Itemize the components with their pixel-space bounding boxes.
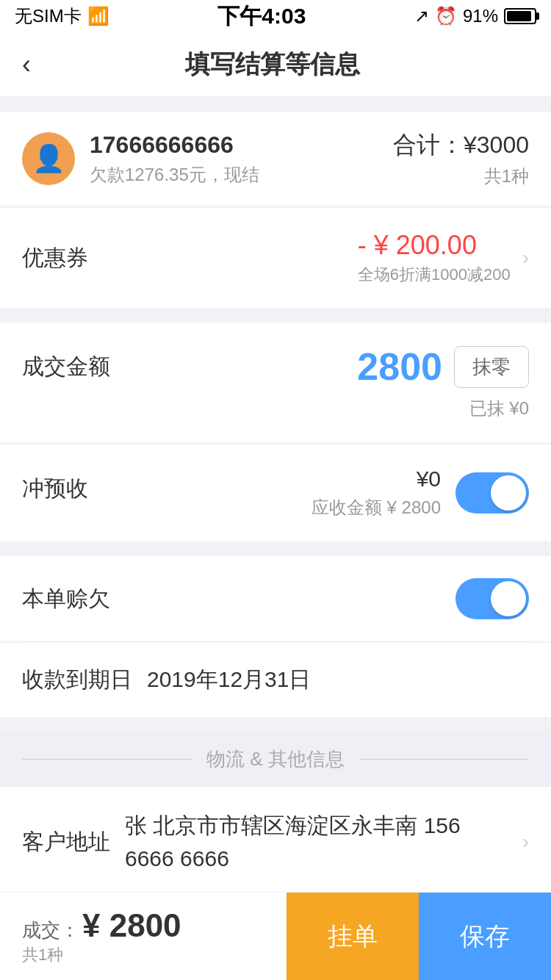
customer-total: 合计：¥3000 共1种 [393,129,529,188]
duedate-value: 2019年12月31日 [147,665,311,695]
page-title: 填写结算等信息 [46,48,500,82]
battery-fill [507,11,531,21]
address-label: 客户地址 [22,827,110,857]
round-button[interactable]: 抹零 [454,346,529,388]
prereceive-right: ¥0 应收金额 ¥ 2800 [311,466,529,519]
separator-1 [0,308,551,323]
bottom-deal-label: 成交： [22,918,79,943]
amount-row: 成交金额 2800 抹零 [22,345,529,389]
coupon-desc: 全场6折满1000减200 [358,264,511,286]
status-right: ↗ ⏰ 91% [414,6,536,26]
address-value: 张 北京市市辖区海淀区永丰南 156 6666 6666 [125,809,508,875]
divider-line-left [22,759,192,760]
prereceive-amount: ¥0 [311,466,441,491]
coupon-right: - ¥ 200.00 全场6折满1000减200 › [358,230,529,286]
status-bar: 无SIM卡 📶 下午4:03 ↗ ⏰ 91% [0,0,551,32]
bottom-amount: ¥ 2800 [82,907,181,944]
alarm-icon: ⏰ [435,6,457,26]
prereceive-toggle[interactable] [455,472,529,514]
nav-bar: ‹ 填写结算等信息 [0,32,551,97]
wifi-icon: 📶 [87,6,109,26]
customer-info-left: 👤 17666666666 欠款1276.35元，现结 [22,131,259,187]
total-count: 共1种 [393,165,529,188]
amount-section: 成交金额 2800 抹零 已抹 ¥0 [0,323,551,442]
status-left: 无SIM卡 📶 [15,4,109,28]
location-icon: ↗ [414,6,429,26]
battery-percent: 91% [463,6,498,26]
logistics-divider: 物流 & 其他信息 [0,732,551,787]
battery-icon [504,8,536,24]
avatar: 👤 [22,132,75,185]
pending-button[interactable]: 挂单 [287,893,419,980]
address-chevron-icon: › [522,830,529,854]
bottom-deal-row: 成交： ¥ 2800 [22,907,264,944]
debt-section: 本单赊欠 [0,556,551,641]
coupon-label: 优惠券 [22,243,88,273]
amount-value-group: 2800 抹零 [357,345,529,389]
coupon-section[interactable]: 优惠券 - ¥ 200.00 全场6折满1000减200 › [0,207,551,308]
status-time: 下午4:03 [217,1,306,32]
debt-toggle-knob [491,581,526,616]
save-button[interactable]: 保存 [419,893,551,980]
prereceive-values: ¥0 应收金额 ¥ 2800 [311,466,441,519]
duedate-section: 收款到期日 2019年12月31日 [0,642,551,717]
carrier-label: 无SIM卡 [15,4,82,28]
amount-number: 2800 [357,345,442,389]
divider-line-right [359,759,529,760]
bottom-bar: 成交： ¥ 2800 共1种 挂单 保存 [0,892,551,980]
address-section[interactable]: 客户地址 张 北京市市辖区海淀区永丰南 156 6666 6666 › [0,787,551,897]
duedate-row: 收款到期日 2019年12月31日 [22,665,529,695]
bottom-info: 成交： ¥ 2800 共1种 [0,893,287,980]
total-amount: 合计：¥3000 [393,129,529,162]
amount-sub-text: 已抹 ¥0 [469,398,529,418]
logistics-label: 物流 & 其他信息 [206,746,345,772]
debt-label: 本单赊欠 [22,584,110,614]
coupon-discount: - ¥ 200.00 [358,230,511,261]
toggle-knob [491,475,526,511]
coupon-info: - ¥ 200.00 全场6折满1000减200 [358,230,511,286]
customer-info: 17666666666 欠款1276.35元，现结 [90,131,259,187]
duedate-label: 收款到期日 [22,665,132,695]
customer-card: 👤 17666666666 欠款1276.35元，现结 合计：¥3000 共1种 [0,112,551,206]
prereceive-row: 冲预收 ¥0 应收金额 ¥ 2800 [22,466,529,519]
coupon-chevron-icon: › [522,246,529,270]
prereceive-label: 冲预收 [22,466,88,504]
customer-phone: 17666666666 [90,131,259,159]
bottom-count: 共1种 [22,944,264,966]
debt-toggle[interactable] [455,578,529,619]
customer-debt: 欠款1276.35元，现结 [90,163,259,187]
amount-sub-row: 已抹 ¥0 [22,396,529,420]
prereceive-desc: 应收金额 ¥ 2800 [311,496,441,519]
separator-2 [0,541,551,556]
back-button[interactable]: ‹ [22,49,31,80]
prereceive-section: 冲预收 ¥0 应收金额 ¥ 2800 [0,444,551,541]
amount-label: 成交金额 [22,352,110,382]
